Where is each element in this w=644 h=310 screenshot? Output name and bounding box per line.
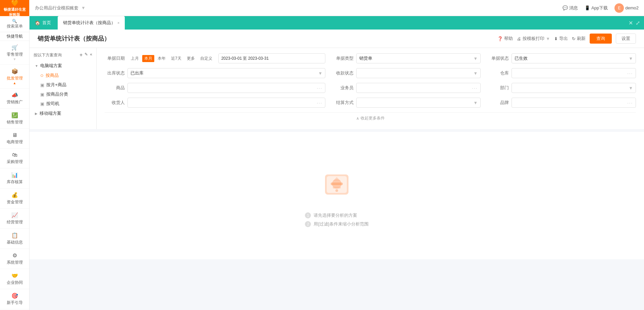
svg-point-5 bbox=[335, 189, 338, 192]
tree-item-by-product[interactable]: ○ 按商品 bbox=[40, 71, 96, 80]
date-tag-7days[interactable]: 近7天 bbox=[169, 55, 183, 62]
export-btn[interactable]: ⬇ 导出 bbox=[554, 36, 568, 42]
collect-status-select[interactable]: ▼ bbox=[356, 68, 481, 78]
department-label: 部门 bbox=[489, 85, 509, 91]
download-label: App下载 bbox=[591, 5, 608, 11]
doc-type-select[interactable]: 销货单 ▼ bbox=[356, 53, 481, 63]
tabbar: 🏠 首页 销货单统计计表（按商品） × ✕ ⤢ bbox=[30, 16, 644, 30]
date-range-control: 上月 本月 本年 近7天 更多 自定义 2023-03-01 至 2023-03… bbox=[127, 53, 325, 63]
warehouse-field: 仓库 ··· bbox=[489, 68, 636, 78]
wholesale-icon: 📦 bbox=[11, 68, 18, 74]
product-input[interactable]: ··· bbox=[127, 83, 325, 93]
collapse-filters-btn[interactable]: ∧ 收起更多条件 bbox=[105, 112, 636, 124]
sidebar-item-operation[interactable]: 📈 经营管理 bbox=[0, 209, 29, 229]
date-tag-more[interactable]: 更多 bbox=[185, 55, 197, 62]
quick-nav[interactable]: 快捷导航 bbox=[0, 32, 29, 41]
tree-group-desktop[interactable]: ▼ 电脑端方案 bbox=[30, 61, 96, 71]
system-label: 系统管理 bbox=[7, 260, 23, 265]
settings-button[interactable]: 设置 bbox=[616, 34, 636, 44]
sidebar-item-newbie[interactable]: 🎯 新手引导 bbox=[0, 289, 29, 309]
user-menu[interactable]: E demo2 bbox=[614, 3, 639, 13]
sidebar: 🧡 畅捷通好生意 标账版 🔍 搜索菜单 快捷导航 🛒 零售管理 ▼ 📦 批发管理… bbox=[0, 0, 30, 310]
sidebar-item-sales[interactable]: 💹 销售管理 bbox=[0, 109, 29, 129]
warehouse-input[interactable]: ··· bbox=[512, 68, 636, 78]
inventory-icon: 📊 bbox=[11, 172, 18, 178]
empty-svg bbox=[317, 164, 357, 205]
ecommerce-icon: 🖥 bbox=[12, 132, 17, 138]
tree-group-mobile[interactable]: ▶ 移动端方案 bbox=[30, 108, 96, 118]
driver-icon: ▣ bbox=[40, 101, 44, 106]
ecommerce-label: 电商管理 bbox=[7, 139, 23, 145]
svg-rect-4 bbox=[333, 187, 341, 189]
tree-item-by-month-product[interactable]: ▣ 按月+商品 bbox=[40, 80, 96, 90]
brand-label: 品牌 bbox=[489, 100, 509, 106]
tree-item-by-category[interactable]: ▣ 按商品分类 bbox=[40, 90, 96, 99]
maximize-icon[interactable]: ⤢ bbox=[636, 20, 640, 26]
date-tag-this-year[interactable]: 本年 bbox=[156, 55, 168, 62]
payment-method-select[interactable]: ▼ bbox=[356, 98, 481, 108]
cooperation-icon: 🤝 bbox=[11, 272, 18, 279]
message-btn[interactable]: 💬 消息 bbox=[562, 5, 578, 11]
doc-status-label: 单据状态 bbox=[489, 55, 509, 61]
date-tag-this-month[interactable]: 本月 bbox=[142, 55, 154, 62]
sidebar-item-ecommerce[interactable]: 🖥 电商管理 bbox=[0, 129, 29, 149]
query-button[interactable]: 查询 bbox=[590, 34, 612, 44]
sidebar-item-basic[interactable]: 📋 基础信息 bbox=[0, 229, 29, 249]
sales-label: 销售管理 bbox=[7, 119, 23, 125]
product-dots: ··· bbox=[317, 86, 322, 91]
receiver-field: 收货人 ··· bbox=[105, 98, 325, 108]
sidebar-item-inventory[interactable]: 📊 库存核算 bbox=[0, 168, 29, 189]
operation-icon: 📈 bbox=[11, 212, 18, 218]
workspace-dropdown-icon[interactable]: ▼ bbox=[81, 5, 86, 10]
app-download-btn[interactable]: 📱 App下载 bbox=[585, 5, 608, 11]
help-label: 帮助 bbox=[504, 36, 513, 42]
newbie-icon: 🎯 bbox=[11, 293, 18, 299]
edit-scheme-btn[interactable]: ✎ bbox=[85, 52, 88, 58]
sidebar-item-retail[interactable]: 🛒 零售管理 ▼ bbox=[0, 41, 29, 65]
add-scheme-btn[interactable]: + bbox=[79, 52, 83, 58]
filter-sidebar-icons: + ✎ « bbox=[79, 52, 92, 58]
retail-label: 零售管理 bbox=[7, 52, 23, 57]
tab-close-btn[interactable]: × bbox=[117, 21, 119, 25]
filter-panel: 按以下方案查询 + ✎ « ▼ 电脑端方案 ○ 按商品 bbox=[30, 48, 644, 129]
payment-method-field: 结算方式 ▼ bbox=[333, 98, 481, 108]
tab-sales-report[interactable]: 销货单统计计表（按商品） × bbox=[58, 16, 125, 30]
date-value-display[interactable]: 2023-03-01 至 2023-03-31 bbox=[218, 53, 326, 63]
print-icon: 🖨 bbox=[517, 36, 521, 41]
wholesale-arrow: ▲ bbox=[13, 81, 16, 85]
collapse-sidebar-btn[interactable]: « bbox=[90, 52, 92, 58]
sidebar-item-marketing[interactable]: 📣 营销推广 bbox=[0, 89, 29, 109]
sidebar-item-cooperation[interactable]: 🤝 企业协同 bbox=[0, 269, 29, 289]
salesman-input[interactable]: ··· bbox=[356, 83, 481, 93]
receiver-input[interactable]: ··· bbox=[127, 98, 325, 108]
finance-icon: 💰 bbox=[11, 192, 18, 198]
filter-sidebar: 按以下方案查询 + ✎ « ▼ 电脑端方案 ○ 按商品 bbox=[30, 48, 97, 129]
month-product-label: 按月+商品 bbox=[46, 82, 66, 88]
tree-item-by-driver[interactable]: ▣ 按司机 bbox=[40, 99, 96, 108]
search-menu[interactable]: 🔍 搜索菜单 bbox=[0, 16, 29, 32]
salesman-dots: ··· bbox=[472, 86, 478, 91]
system-icon: ⚙ bbox=[12, 252, 17, 259]
brand-input[interactable]: ··· bbox=[512, 98, 636, 108]
doc-status-caret: ▼ bbox=[629, 56, 633, 61]
date-tag-custom[interactable]: 自定义 bbox=[198, 55, 214, 62]
tab-home[interactable]: 🏠 首页 bbox=[30, 16, 56, 30]
minimize-icon[interactable]: ✕ bbox=[629, 20, 633, 26]
sidebar-item-system[interactable]: ⚙ 系统管理 bbox=[0, 249, 29, 269]
inventory-label: 库存核算 bbox=[7, 179, 23, 185]
print-btn[interactable]: 🖨 按模板打印 ▼ bbox=[517, 36, 550, 42]
sidebar-item-finance[interactable]: 💰 资金管理 bbox=[0, 189, 29, 209]
workspace-label: 办公用品行业模拟账套 bbox=[35, 5, 78, 11]
help-btn[interactable]: ❓ 帮助 bbox=[497, 36, 513, 42]
sidebar-item-wholesale[interactable]: 📦 批发管理 ▲ bbox=[0, 65, 29, 89]
sidebar-item-purchase[interactable]: 🛍 采购管理 bbox=[0, 149, 29, 168]
doc-status-select[interactable]: 已生效 ▼ bbox=[512, 53, 636, 63]
out-status-select[interactable]: 已出库 ▼ bbox=[127, 68, 325, 78]
department-select[interactable]: ▼ bbox=[512, 83, 636, 93]
active-item-label: 按商品 bbox=[46, 72, 59, 79]
doc-status-field: 单据状态 已生效 ▼ bbox=[489, 53, 636, 63]
collect-status-label: 收款状态 bbox=[333, 70, 354, 76]
refresh-btn[interactable]: ↻ 刷新 bbox=[572, 36, 586, 42]
date-tag-last-month[interactable]: 上月 bbox=[129, 55, 141, 62]
print-label: 按模板打印 bbox=[523, 36, 544, 42]
